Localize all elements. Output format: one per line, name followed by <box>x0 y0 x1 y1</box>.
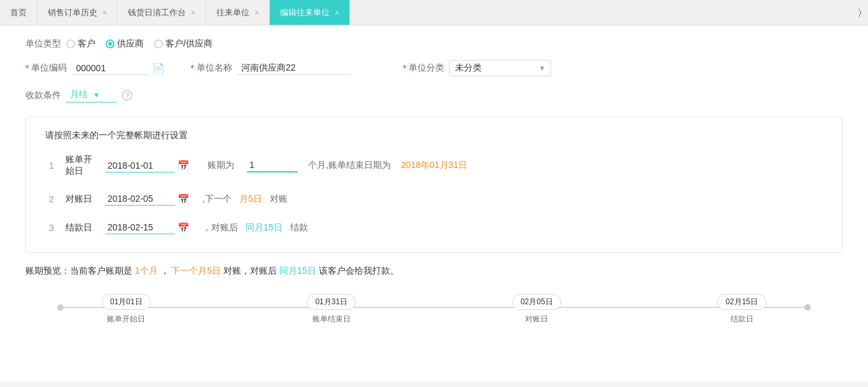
radio-both-circle <box>154 39 163 48</box>
row-1-num: 1 <box>45 160 58 171</box>
unit-type-row: 单位类型 客户 供应商 客户/供应商 <box>25 38 843 50</box>
node-2-date: 01月31日 <box>307 294 356 310</box>
row-3-date-wrapper: 📅 <box>105 221 190 234</box>
payment-value: 月结 <box>66 88 92 102</box>
settings-card: 请按照未来的一个完整帐期进行设置 1 账单开始日 📅 账期为 个月,账单结束日期… <box>25 116 843 253</box>
tab-partner[interactable]: 往来单位 × <box>206 0 270 25</box>
preview-text1: ， <box>160 265 169 276</box>
unit-type-label: 单位类型 <box>25 38 61 50</box>
node-3-label: 对账日 <box>525 314 548 325</box>
tab-scroll-arrow[interactable]: 〉 <box>852 0 868 25</box>
row-3-date-input[interactable] <box>105 221 175 234</box>
setting-row-1: 1 账单开始日 📅 账期为 个月,账单结束日期为 2018年01月31日 <box>45 154 823 177</box>
row-2-suffix-prefix: ,下一个 <box>202 194 232 205</box>
radio-group: 客户 供应商 客户/供应商 <box>66 38 213 50</box>
payment-help-icon[interactable]: ? <box>122 90 132 101</box>
timeline-node-1: 01月01日 账单开始日 <box>102 294 151 325</box>
code-field-group: * 单位编码 📄 <box>25 62 165 75</box>
tab-partner-label: 往来单位 <box>216 7 249 18</box>
radio-supplier-label: 供应商 <box>117 38 144 50</box>
node-3-date: 02月05日 <box>512 294 561 310</box>
category-label: 单位分类 <box>409 62 444 74</box>
radio-customer[interactable]: 客户 <box>66 38 95 50</box>
tab-home[interactable]: 首页 <box>0 0 38 25</box>
code-label: 单位编码 <box>31 62 67 74</box>
fields-row: * 单位编码 📄 * 单位名称 * 单位分类 未分类 ▼ <box>25 60 843 76</box>
code-input[interactable] <box>72 62 148 75</box>
setting-row-3: 3 结款日 📅 ，对账后 同月15日 结款 <box>45 221 823 234</box>
node-4-label: 结款日 <box>731 314 753 325</box>
name-required-star: * <box>190 63 193 73</box>
setting-row-2: 2 对账日 📅 ,下一个 月5日 对账 <box>45 192 823 206</box>
preview-highlight2: 下一个月5日 <box>171 265 221 276</box>
timeline-left-dot <box>57 304 64 311</box>
row-2-date-wrapper: 📅 <box>105 192 190 206</box>
radio-supplier[interactable]: 供应商 <box>106 38 144 50</box>
node-4-date: 02月15日 <box>717 294 766 310</box>
name-input[interactable] <box>237 62 352 75</box>
timeline-right-dot <box>804 304 811 311</box>
row-2-date-input[interactable] <box>105 192 175 206</box>
row-2-num: 2 <box>45 194 58 204</box>
node-1-date: 01月01日 <box>102 294 151 310</box>
radio-both[interactable]: 客户/供应商 <box>154 38 213 50</box>
row-2-cal-icon[interactable]: 📅 <box>178 194 190 205</box>
radio-customer-circle <box>66 39 75 48</box>
tab-edit-partner[interactable]: 编辑往来单位 × <box>270 0 350 25</box>
row-3-suffix-prefix: ，对账后 <box>202 222 238 234</box>
code-required-star: * <box>25 63 29 73</box>
timeline-line <box>64 307 804 308</box>
row-3-cal-icon[interactable]: 📅 <box>178 222 190 234</box>
preview-section: 账期预览：当前客户账期是 1个月 ， 下一个月5日 对账，对账后 同月15日 该… <box>25 263 843 279</box>
name-label: 单位名称 <box>197 62 232 74</box>
row-1-cal-icon[interactable]: 📅 <box>178 160 190 171</box>
page-content: 单位类型 客户 供应商 客户/供应商 * 单位编码 📄 * 单位名称 <box>0 25 868 382</box>
row-1-period-input[interactable] <box>247 158 298 172</box>
timeline-container: 01月01日 账单开始日 01月31日 账单结束日 02月05日 对账日 02月… <box>25 294 843 325</box>
preview-text3: 该客户会给我打款。 <box>319 265 399 276</box>
tab-cash-work-close[interactable]: × <box>191 8 195 17</box>
row-3-suffix-text: 结款 <box>290 222 308 234</box>
tab-home-label: 首页 <box>10 7 27 18</box>
tab-edit-partner-close[interactable]: × <box>335 8 339 17</box>
tab-cash-work[interactable]: 钱货日清工作台 × <box>118 0 206 25</box>
category-dropdown[interactable]: 未分类 ▼ <box>449 60 551 76</box>
name-field-group: * 单位名称 <box>190 62 351 75</box>
preview-highlight3: 同月15日 <box>279 265 316 276</box>
row-2-suffix-highlight: 月5日 <box>239 194 262 205</box>
tab-sales-history-label: 销售订单历史 <box>48 7 97 18</box>
timeline-node-3: 02月05日 对账日 <box>512 294 561 325</box>
row-1-period-end: 2018年01月31日 <box>401 160 467 171</box>
tab-sales-history[interactable]: 销售订单历史 × <box>38 0 118 25</box>
radio-supplier-circle <box>106 39 115 48</box>
tab-sales-history-close[interactable]: × <box>102 8 107 17</box>
preview-text2: 对账，对账后 <box>223 265 277 276</box>
preview-highlight1: 1个月 <box>135 265 158 276</box>
payment-select[interactable]: 月结 ▼ <box>66 88 117 102</box>
row-1-type: 账单开始日 <box>66 154 97 177</box>
row-1-period-prefix: 账期为 <box>207 160 234 171</box>
timeline-node-2: 01月31日 账单结束日 <box>307 294 356 325</box>
radio-customer-label: 客户 <box>78 38 95 50</box>
radio-both-label: 客户/供应商 <box>165 38 213 50</box>
row-3-num: 3 <box>45 223 58 233</box>
timeline-node-4: 02月15日 结款日 <box>717 294 766 325</box>
tab-partner-close[interactable]: × <box>255 8 259 17</box>
node-2-label: 账单结束日 <box>312 314 351 325</box>
category-arrow-icon: ▼ <box>538 64 545 72</box>
row-2-type: 对账日 <box>66 194 97 205</box>
payment-row: 收款条件 月结 ▼ ? <box>25 88 843 102</box>
tabs-bar: 首页 销售订单历史 × 钱货日清工作台 × 往来单位 × 编辑往来单位 × 〉 <box>0 0 868 25</box>
category-value: 未分类 <box>455 62 538 74</box>
payment-arrow-icon: ▼ <box>93 91 100 99</box>
tab-edit-partner-label: 编辑往来单位 <box>280 7 330 18</box>
preview-prefix: 账期预览：当前客户账期是 <box>25 265 132 276</box>
row-1-date-wrapper: 📅 <box>105 159 190 172</box>
code-icon[interactable]: 📄 <box>152 62 165 74</box>
payment-label: 收款条件 <box>25 90 61 101</box>
row-3-suffix-highlight: 同月15日 <box>246 222 283 234</box>
card-title: 请按照未来的一个完整帐期进行设置 <box>45 130 823 141</box>
tab-cash-work-label: 钱货日清工作台 <box>128 7 186 18</box>
category-required-star: * <box>403 63 406 73</box>
row-1-date-input[interactable] <box>105 159 175 172</box>
